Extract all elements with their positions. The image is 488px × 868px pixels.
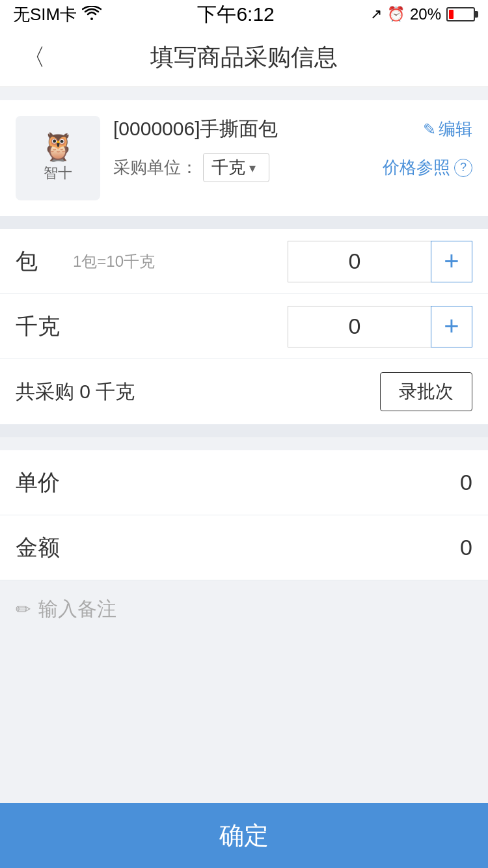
unit-select[interactable]: 千克 ▾ <box>203 153 269 182</box>
unit-price-value: 0 <box>460 470 472 495</box>
product-image-label: 智十 <box>44 163 72 183</box>
location-icon: ↗ <box>370 6 382 23</box>
unit-label: 采购单位： <box>113 156 198 179</box>
kg-plus-button[interactable]: + <box>431 306 472 347</box>
section-divider-2 <box>0 424 488 437</box>
section-divider-1 <box>0 216 488 229</box>
kg-input-group: + <box>288 306 472 347</box>
status-left: 无SIM卡 <box>13 3 102 26</box>
page-title: 填写商品采购信息 <box>150 42 338 74</box>
status-bar: 无SIM卡 下午6:12 ↗ ⏰ 20% <box>0 0 488 29</box>
confirm-button[interactable]: 确定 <box>0 803 488 868</box>
product-owl-icon: 🦉 <box>41 133 75 161</box>
summary-text: 共采购 0 千克 <box>16 379 135 405</box>
remark-placeholder: 输入备注 <box>38 596 116 623</box>
price-ref-button[interactable]: 价格参照 ? <box>383 156 472 179</box>
product-card: 🦉 智十 [0000006]手撕面包 ✎ 编辑 采购单位： 千克 ▾ 价格参照 … <box>0 100 488 216</box>
battery-percent: 20% <box>410 5 441 23</box>
amount-label: 金额 <box>16 533 60 563</box>
product-info: [0000006]手撕面包 ✎ 编辑 采购单位： 千克 ▾ 价格参照 ? <box>113 116 472 182</box>
status-time: 下午6:12 <box>197 1 274 28</box>
product-name: [0000006]手撕面包 <box>113 116 278 142</box>
battery-icon <box>446 7 475 21</box>
remark-section[interactable]: ✏ 输入备注 <box>0 580 488 638</box>
alarm-icon: ⏰ <box>387 6 405 23</box>
bag-quantity-input[interactable] <box>288 241 431 282</box>
product-unit-row: 采购单位： 千克 ▾ 价格参照 ? <box>113 153 472 182</box>
amount-row: 金额 0 <box>0 515 488 580</box>
bag-input-row: 包 1包=10千克 + <box>0 229 488 294</box>
unit-price-label: 单价 <box>16 468 60 498</box>
edit-icon: ✎ <box>423 120 436 139</box>
kg-label: 千克 <box>16 312 68 342</box>
kg-input-row: 千克 + <box>0 294 488 359</box>
unit-price-row: 单价 0 <box>0 450 488 515</box>
amount-value: 0 <box>460 535 472 560</box>
bag-plus-button[interactable]: + <box>431 241 472 282</box>
nav-bar: 〈 填写商品采购信息 <box>0 29 488 87</box>
pencil-icon: ✏ <box>16 599 31 620</box>
carrier-label: 无SIM卡 <box>13 3 77 26</box>
summary-row: 共采购 0 千克 录批次 <box>0 359 488 424</box>
product-top-row: [0000006]手撕面包 ✎ 编辑 <box>113 116 472 142</box>
wifi-icon <box>82 5 102 25</box>
bag-label: 包 <box>16 247 68 277</box>
dropdown-icon: ▾ <box>249 160 256 176</box>
status-right: ↗ ⏰ 20% <box>370 5 475 23</box>
info-icon: ? <box>454 159 472 177</box>
bag-input-group: + <box>288 241 472 282</box>
back-button[interactable]: 〈 <box>16 35 52 80</box>
quantity-section: 包 1包=10千克 + 千克 + <box>0 229 488 359</box>
kg-quantity-input[interactable] <box>288 306 431 347</box>
price-section: 单价 0 金额 0 <box>0 450 488 580</box>
record-batch-button[interactable]: 录批次 <box>380 372 472 411</box>
bag-sublabel: 1包=10千克 <box>73 251 155 272</box>
product-image: 🦉 智十 <box>16 116 100 200</box>
edit-button[interactable]: ✎ 编辑 <box>423 118 472 141</box>
